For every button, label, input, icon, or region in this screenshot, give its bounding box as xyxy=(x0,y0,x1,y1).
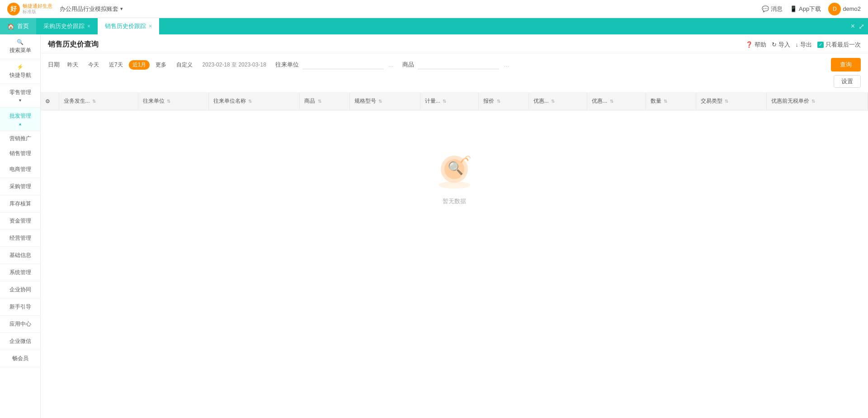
export-button[interactable]: ↓ 导出 xyxy=(796,41,812,49)
th-discount2[interactable]: 优惠... ⇅ xyxy=(587,93,646,110)
sort-icon: ⇅ xyxy=(318,99,321,104)
tab-home[interactable]: 🏠 首页 xyxy=(0,18,36,34)
sidebar: 🔍 搜索菜单 ⚡ 快捷导航 零售管理 ▾ 批发管理 ▴ 营销推广 销售管理 电商… xyxy=(0,34,41,418)
query-button[interactable]: 查询 xyxy=(831,58,861,71)
th-qty[interactable]: 数量 ⇅ xyxy=(646,93,696,110)
th-unit[interactable]: 计量... ⇅ xyxy=(420,93,479,110)
message-button[interactable]: 💬 消息 xyxy=(762,5,783,13)
tab-bar: 🏠 首页 采购历史价跟踪 × 销售历史价跟踪 × × ⤢ xyxy=(0,18,868,34)
export-icon: ↓ xyxy=(796,41,799,48)
sidebar-item-operations[interactable]: 经营管理 xyxy=(0,230,40,247)
chevron-down-icon: ▾ xyxy=(120,6,123,12)
date-filter-group: 日期 昨天 今天 近7天 近1月 更多 自定义 2023-02-18 至 202… xyxy=(48,60,266,70)
sort-icon: ⇅ xyxy=(167,99,170,104)
page-actions: ❓ 帮助 ↻ 导入 ↓ 导出 ✓ 只看最后一次 xyxy=(745,41,861,49)
sidebar-item-member[interactable]: 畅会员 xyxy=(0,350,40,367)
chevron-up-icon: ▴ xyxy=(19,121,21,126)
home-icon: 🏠 xyxy=(7,23,14,30)
sidebar-item-finance[interactable]: 资金管理 xyxy=(0,213,40,230)
sort-icon: ⇅ xyxy=(725,99,728,104)
gear-icon[interactable]: ⚙ xyxy=(45,98,50,104)
app-selector[interactable]: 办公用品行业模拟账套 ▾ xyxy=(56,3,127,15)
search-icon: 🔍 xyxy=(17,39,24,45)
close-purchase-tab[interactable]: × xyxy=(87,23,90,29)
th-settings[interactable]: ⚙ xyxy=(41,93,59,110)
date-btn-7days[interactable]: 近7天 xyxy=(105,60,127,70)
sidebar-item-ecommerce[interactable]: 电商管理 xyxy=(0,161,40,178)
sidebar-item-shortcut[interactable]: ⚡ 快捷导航 xyxy=(0,59,40,84)
sidebar-item-basics[interactable]: 基础信息 xyxy=(0,247,40,264)
sidebar-item-purchase[interactable]: 采购管理 xyxy=(0,178,40,195)
user-menu[interactable]: D demo2 xyxy=(828,3,861,15)
th-spec[interactable]: 规格型号 ⇅ xyxy=(349,93,420,110)
main-layout: 🔍 搜索菜单 ⚡ 快捷导航 零售管理 ▾ 批发管理 ▴ 营销推广 销售管理 电商… xyxy=(0,34,868,418)
th-pretax-price[interactable]: 优惠前无税单价 ⇅ xyxy=(766,93,868,110)
import-button[interactable]: ↻ 导入 xyxy=(772,41,790,49)
message-icon: 💬 xyxy=(762,5,769,12)
sidebar-item-inventory[interactable]: 库存核算 xyxy=(0,195,40,213)
th-partner-code[interactable]: 往来单位 ⇅ xyxy=(138,93,208,110)
sort-icon: ⇅ xyxy=(443,99,446,104)
empty-state: 🔍 暂无数据 xyxy=(41,110,868,242)
date-buttons: 昨天 今天 近7天 近1月 更多 自定义 xyxy=(63,60,197,70)
content-area: 销售历史价查询 ❓ 帮助 ↻ 导入 ↓ 导出 ✓ 只看最后一次 xyxy=(41,34,868,418)
date-btn-yesterday[interactable]: 昨天 xyxy=(63,60,82,70)
import-icon: ↻ xyxy=(772,41,777,48)
close-sales-tab[interactable]: × xyxy=(149,23,152,29)
date-btn-today[interactable]: 今天 xyxy=(84,60,103,70)
sidebar-item-apps[interactable]: 应用中心 xyxy=(0,316,40,333)
filter-line2: 设置 xyxy=(48,75,861,92)
th-discount1[interactable]: 优惠... ⇅ xyxy=(528,93,587,110)
product-selector-dots[interactable]: ... xyxy=(504,61,509,68)
expand-icon[interactable]: ⤢ xyxy=(859,22,864,31)
th-product[interactable]: 商品 ⇅ xyxy=(300,93,350,110)
sidebar-item-sales-mgr[interactable]: 销售管理 xyxy=(0,146,40,161)
tab-purchase[interactable]: 采购历史价跟踪 × xyxy=(36,18,98,34)
date-btn-1month[interactable]: 近1月 xyxy=(129,60,150,70)
sidebar-item-wholesale[interactable]: 批发管理 ▴ xyxy=(0,108,40,131)
sidebar-item-search[interactable]: 🔍 搜索菜单 xyxy=(0,34,40,59)
partner-selector-dots[interactable]: ... xyxy=(388,61,394,68)
logo-icon: 好 xyxy=(7,3,20,15)
product-filter-group: 商品 ... xyxy=(402,60,509,69)
avatar: D xyxy=(828,3,841,15)
sort-icon: ⇅ xyxy=(811,99,815,104)
th-biz-date[interactable]: 业务发生... ⇅ xyxy=(59,93,138,110)
data-table: ⚙ 业务发生... ⇅ 往来单位 ⇅ 往来单位名称 ⇅ xyxy=(41,93,868,110)
tab-sales[interactable]: 销售历史价跟踪 × xyxy=(98,18,159,34)
sidebar-item-system[interactable]: 系统管理 xyxy=(0,264,40,281)
app-download-button[interactable]: 📱 App下载 xyxy=(790,5,821,13)
partner-input[interactable] xyxy=(302,60,384,69)
th-partner-name[interactable]: 往来单位名称 ⇅ xyxy=(208,93,300,110)
sidebar-item-retail[interactable]: 零售管理 ▾ xyxy=(0,84,40,108)
sidebar-item-marketing[interactable]: 营销推广 xyxy=(0,131,40,146)
top-bar-right: 💬 消息 📱 App下载 D demo2 xyxy=(762,3,861,15)
tab-bar-actions: × ⤢ xyxy=(851,22,868,31)
help-icon: ❓ xyxy=(745,41,753,48)
setting-button[interactable]: 设置 xyxy=(834,75,861,88)
close-all-tabs-icon[interactable]: × xyxy=(851,22,855,30)
th-quote[interactable]: 报价 ⇅ xyxy=(479,93,529,110)
sort-icon: ⇅ xyxy=(378,99,382,104)
chevron-down-icon: ▾ xyxy=(19,98,21,103)
sort-icon: ⇅ xyxy=(92,99,96,104)
product-input[interactable] xyxy=(418,60,499,69)
table-header-row: ⚙ 业务发生... ⇅ 往来单位 ⇅ 往来单位名称 ⇅ xyxy=(41,93,868,110)
sort-icon: ⇅ xyxy=(664,99,667,104)
date-btn-custom[interactable]: 自定义 xyxy=(172,60,197,70)
date-btn-more[interactable]: 更多 xyxy=(151,60,170,70)
sort-icon: ⇅ xyxy=(610,99,613,104)
th-trade-type[interactable]: 交易类型 ⇅ xyxy=(696,93,766,110)
only-last-checkbox-group[interactable]: ✓ 只看最后一次 xyxy=(817,41,861,49)
sidebar-item-enterprise[interactable]: 企业协同 xyxy=(0,281,40,299)
sidebar-item-wechat[interactable]: 企业微信 xyxy=(0,333,40,350)
page-header: 销售历史价查询 ❓ 帮助 ↻ 导入 ↓ 导出 ✓ 只看最后一次 xyxy=(41,34,868,53)
sidebar-item-guide[interactable]: 新手引导 xyxy=(0,299,40,316)
logo-text: 畅捷通好生意 标准版 xyxy=(23,3,52,14)
empty-illustration: 🔍 xyxy=(432,147,477,192)
help-button[interactable]: ❓ 帮助 xyxy=(745,41,766,49)
only-last-checkbox[interactable]: ✓ xyxy=(817,42,824,48)
empty-text: 暂无数据 xyxy=(443,197,466,205)
shortcut-icon: ⚡ xyxy=(17,64,24,70)
date-range-display: 2023-02-18 至 2023-03-18 xyxy=(202,61,266,69)
